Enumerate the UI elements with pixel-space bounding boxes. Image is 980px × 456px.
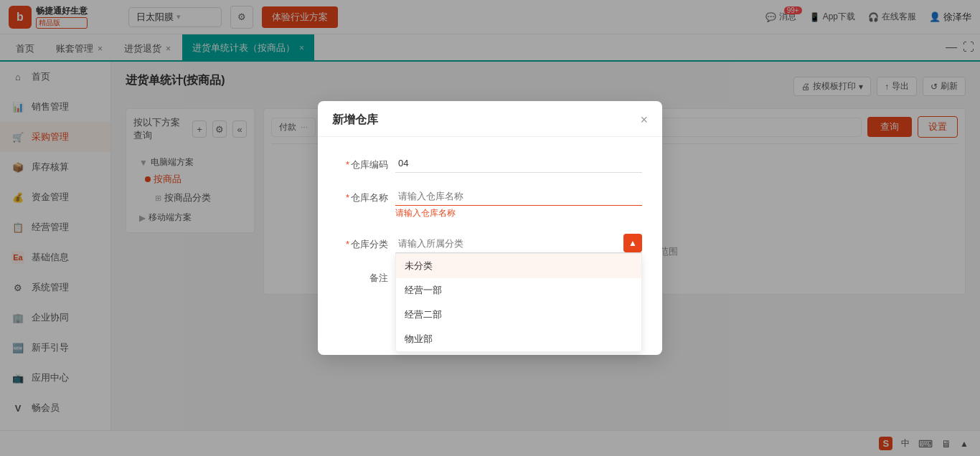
form-row-category: *仓库分类 ▲ 未分类 经营一部 经营二部 物业部	[338, 234, 642, 253]
dropdown-item-dept2[interactable]: 经营二部	[396, 303, 641, 327]
code-input-wrap	[395, 154, 642, 173]
dropdown-item-dept1[interactable]: 经营一部	[396, 278, 641, 303]
dropdown-item-dept3[interactable]: 物业部	[396, 327, 641, 351]
category-dropdown: 未分类 经营一部 经营二部 物业部	[395, 253, 642, 352]
modal-overlay: 新增仓库 × *仓库编码 *仓库名称 请输入仓库名称	[0, 0, 980, 456]
category-input[interactable]	[395, 234, 623, 252]
category-label: *仓库分类	[338, 234, 395, 251]
chevron-up-icon: ▲	[628, 238, 637, 248]
form-row-name: *仓库名称 请输入仓库名称	[338, 187, 642, 219]
form-row-code: *仓库编码	[338, 154, 642, 173]
modal-body: *仓库编码 *仓库名称 请输入仓库名称 *仓库分类	[318, 137, 662, 312]
modal-header: 新增仓库 ×	[318, 101, 662, 137]
name-error-message: 请输入仓库名称	[395, 207, 642, 219]
chevron-up-button[interactable]: ▲	[623, 234, 642, 252]
category-input-wrap: ▲ 未分类 经营一部 经营二部 物业部	[395, 234, 642, 253]
add-warehouse-modal: 新增仓库 × *仓库编码 *仓库名称 请输入仓库名称	[318, 101, 662, 355]
modal-title: 新增仓库	[332, 113, 378, 128]
name-input-wrap: 请输入仓库名称	[395, 187, 642, 219]
code-label: *仓库编码	[338, 154, 395, 171]
note-label: 备注	[338, 267, 395, 285]
dropdown-item-none[interactable]: 未分类	[396, 254, 641, 278]
modal-close-button[interactable]: ×	[640, 113, 648, 128]
category-input-row: ▲	[395, 234, 642, 253]
name-input[interactable]	[395, 187, 642, 206]
code-input[interactable]	[395, 154, 642, 173]
name-label: *仓库名称	[338, 187, 395, 204]
